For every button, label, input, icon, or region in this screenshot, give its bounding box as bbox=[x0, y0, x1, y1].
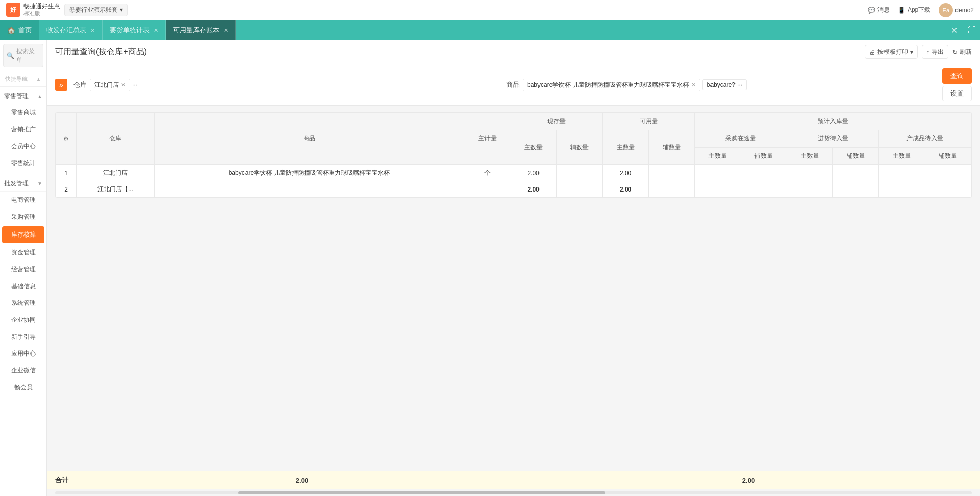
row1-product: babycare学饮杯 儿童防摔防撞吸管杯重力球吸嘴杯宝宝水杯 bbox=[154, 165, 464, 181]
product-filter-tags: babycare学饮杯 儿童防摔防撞吸管杯重力球吸嘴杯宝宝水杯 ✕ babyca… bbox=[523, 79, 936, 91]
sidebar-item-enterprise-wx[interactable]: 企业微信 bbox=[0, 362, 46, 379]
table-area: ⚙ 仓库 商品 主计量 现存量 bbox=[47, 106, 980, 471]
export-button[interactable]: ↑ 导出 bbox=[922, 45, 948, 59]
settings-col-header[interactable]: ⚙ bbox=[56, 113, 77, 165]
product-tag-1-remove[interactable]: ✕ bbox=[691, 82, 696, 88]
template-print-button[interactable]: 🖨 按模板打印 ▾ bbox=[865, 45, 918, 59]
sidebar-item-base-info[interactable]: 基础信息 bbox=[0, 278, 46, 295]
sidebar-item-enterprise[interactable]: 企业协同 bbox=[0, 312, 46, 328]
table-row: 1 江北门店 babycare学饮杯 儿童防摔防撞吸管杯重力球吸嘴杯宝宝水杯 个… bbox=[56, 165, 971, 181]
search-menu-button[interactable]: 🔍 搜索菜单 bbox=[3, 44, 43, 67]
sidebar-item-retail-stats[interactable]: 零售统计 bbox=[0, 155, 46, 172]
incoming-pending-header: 进货待入量 bbox=[787, 130, 879, 148]
message-icon: 💬 bbox=[868, 7, 875, 14]
row2-current-aux bbox=[556, 181, 602, 198]
quick-nav-label[interactable]: 快捷导航 ▲ bbox=[0, 72, 46, 84]
app-download-button[interactable]: 📱 App下载 bbox=[898, 6, 930, 14]
tab-available-stock-close[interactable]: ✕ bbox=[224, 27, 228, 34]
tab-order-stats[interactable]: 要货单统计表 ✕ bbox=[103, 20, 166, 40]
user-area[interactable]: Ea demo2 bbox=[939, 3, 974, 17]
row2-idx: 2 bbox=[56, 181, 77, 198]
sidebar-divider-2 bbox=[0, 174, 46, 174]
avatar-text: Ea bbox=[943, 7, 949, 13]
sidebar-item-retail-mall[interactable]: 零售商城 bbox=[0, 104, 46, 121]
product-filter-label: 商品 bbox=[506, 80, 520, 89]
chevron-down-icon-2: ▾ bbox=[910, 49, 913, 56]
sidebar-item-system[interactable]: 系统管理 bbox=[0, 295, 46, 312]
tab-receive-pay-close[interactable]: ✕ bbox=[90, 27, 95, 34]
row2-purchase-main bbox=[695, 181, 741, 198]
sidebar-item-wholesale-mgmt[interactable]: 批发管理 ▼ bbox=[0, 176, 46, 192]
app-download-label: App下载 bbox=[908, 6, 930, 14]
quick-nav-arrow: ▲ bbox=[36, 76, 41, 82]
scroll-bar-thumb[interactable] bbox=[238, 491, 605, 494]
expand-icon[interactable]: ⛶ bbox=[964, 26, 980, 35]
scroll-bar-track[interactable] bbox=[55, 491, 972, 494]
purchase-main-header: 主数量 bbox=[695, 148, 741, 165]
sidebar-item-member-center[interactable]: 会员中心 bbox=[0, 138, 46, 155]
purchase-onway-header: 采购在途量 bbox=[695, 130, 787, 148]
table-container: ⚙ 仓库 商品 主计量 现存量 bbox=[55, 112, 972, 198]
page-actions: 🖨 按模板打印 ▾ ↑ 导出 ↻ 刷新 bbox=[865, 45, 972, 59]
sidebar-item-new-guide[interactable]: 新手引导 bbox=[0, 328, 46, 345]
warehouse-tag-remove[interactable]: ✕ bbox=[121, 82, 126, 88]
tab-home[interactable]: 🏠 首页 bbox=[0, 20, 39, 40]
message-label: 消息 bbox=[877, 6, 890, 14]
row1-purchase-main bbox=[695, 165, 741, 181]
sidebar-item-purchase[interactable]: 采购管理 bbox=[0, 208, 46, 225]
data-table: ⚙ 仓库 商品 主计量 现存量 bbox=[56, 112, 971, 198]
tab-order-stats-close[interactable]: ✕ bbox=[154, 27, 158, 34]
row1-current-main: 2.00 bbox=[510, 165, 556, 181]
sidebar-item-operations[interactable]: 经营管理 bbox=[0, 261, 46, 278]
sidebar-item-inventory[interactable]: 库存核算 bbox=[2, 226, 44, 243]
sidebar-search: 🔍 搜索菜单 bbox=[0, 40, 46, 72]
sidebar-item-app-center[interactable]: 应用中心 bbox=[0, 345, 46, 362]
tab-receive-pay[interactable]: 收发存汇总表 ✕ bbox=[39, 20, 103, 40]
product-tag-1[interactable]: babycare学饮杯 儿童防摔防撞吸管杯重力球吸嘴杯宝宝水杯 ✕ bbox=[523, 79, 700, 91]
member-vip-label: 畅会员 bbox=[14, 384, 33, 391]
avail-main-header: 主数量 bbox=[602, 130, 648, 165]
tab-available-stock[interactable]: 可用量库存账本 ✕ bbox=[166, 20, 236, 40]
row1-warehouse: 江北门店 bbox=[77, 165, 155, 181]
sidebar-item-retail-mgmt[interactable]: 零售管理 ▲ bbox=[0, 89, 46, 104]
refresh-label: 刷新 bbox=[960, 48, 972, 56]
retail-mall-label: 零售商城 bbox=[11, 109, 36, 116]
refresh-icon: ↻ bbox=[952, 49, 958, 56]
chevron-down-icon: ▾ bbox=[120, 6, 123, 13]
logo-text: 畅捷通好生意 bbox=[23, 3, 60, 10]
refresh-button[interactable]: ↻ 刷新 bbox=[952, 48, 972, 56]
production-main-header: 主数量 bbox=[879, 148, 925, 165]
sidebar-item-marketing[interactable]: 营销推广 bbox=[0, 121, 46, 138]
row1-idx: 1 bbox=[56, 165, 77, 181]
system-label: 系统管理 bbox=[11, 299, 36, 306]
query-button[interactable]: 查询 bbox=[942, 68, 972, 84]
industry-selector[interactable]: 母婴行业演示账套 ▾ bbox=[64, 4, 128, 16]
row1-avail-main: 2.00 bbox=[602, 165, 648, 181]
sidebar-item-member-vip[interactable]: 畅会员 bbox=[0, 379, 46, 396]
tab-available-stock-label: 可用量库存账本 bbox=[173, 26, 219, 35]
product-tag-2[interactable]: babycare? ··· bbox=[702, 79, 747, 90]
table-settings-icon[interactable]: ⚙ bbox=[63, 135, 69, 143]
message-button[interactable]: 💬 消息 bbox=[868, 6, 890, 14]
settings-button[interactable]: 设置 bbox=[942, 86, 972, 101]
warehouse-tag[interactable]: 江北门店 ✕ bbox=[90, 79, 130, 91]
warehouse-filter-more[interactable]: ··· bbox=[132, 81, 137, 88]
footer-label: 合计 bbox=[55, 476, 68, 485]
current-stock-col-header: 现存量 bbox=[510, 113, 603, 130]
warehouse-tag-text: 江北门店 bbox=[94, 81, 119, 89]
row2-production-aux bbox=[925, 181, 971, 198]
row2-unit bbox=[464, 181, 510, 198]
filter-group: 仓库 江北门店 ✕ ··· 商品 babycare学饮杯 儿童防摔防撞吸管杯重力… bbox=[74, 79, 936, 91]
product-tag-1-text: babycare学饮杯 儿童防摔防撞吸管杯重力球吸嘴杯宝宝水杯 bbox=[527, 81, 689, 89]
logo-text-group: 畅捷通好生意 标准版 bbox=[23, 3, 60, 17]
row2-incoming-main bbox=[787, 181, 832, 198]
industry-label: 母婴行业演示账套 bbox=[69, 6, 118, 14]
row1-production-main bbox=[879, 165, 925, 181]
close-all-tabs-button[interactable]: ✕ bbox=[945, 26, 964, 35]
sidebar-item-finance[interactable]: 资金管理 bbox=[0, 244, 46, 261]
phone-icon: 📱 bbox=[898, 7, 905, 14]
incoming-aux-header: 辅数量 bbox=[833, 148, 879, 165]
row1-unit: 个 bbox=[464, 165, 510, 181]
filter-toggle-button[interactable]: » bbox=[55, 79, 67, 91]
sidebar-item-ecommerce[interactable]: 电商管理 bbox=[0, 192, 46, 208]
